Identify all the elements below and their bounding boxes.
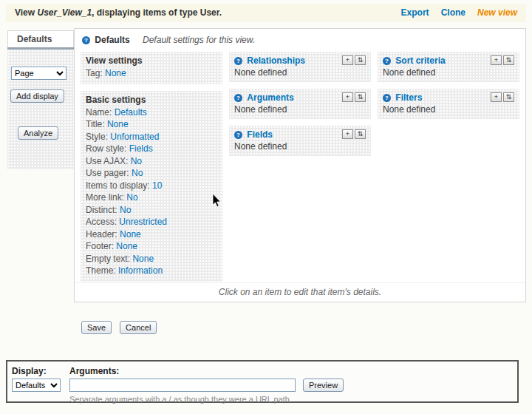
setting-row: More link: No — [86, 191, 217, 204]
setting-row: Use pager: No — [86, 167, 217, 180]
setting-row: Empty text: None — [86, 253, 217, 265]
view-title-suffix: , displaying items of type User. — [92, 7, 222, 18]
help-icon[interactable]: ? — [234, 94, 242, 102]
setting-value-link[interactable]: No — [126, 192, 137, 203]
settings-columns: View settings Tag: None Basic settings N… — [81, 52, 519, 288]
preview-button[interactable]: Preview — [303, 379, 344, 392]
setting-row: Access: Unrestricted — [86, 216, 217, 228]
preview-display-select[interactable]: Defaults — [12, 379, 61, 392]
empty-text: None defined — [383, 67, 514, 78]
help-icon[interactable]: ? — [383, 57, 391, 65]
box-controls: + ⇅ — [342, 129, 366, 139]
setting-value-link[interactable]: 10 — [152, 180, 162, 191]
empty-text: None defined — [234, 104, 366, 115]
setting-label: Items to display: — [86, 180, 150, 191]
arguments-box: ? Arguments + ⇅ None defined — [229, 89, 371, 119]
setting-row: Style: Unformatted — [86, 131, 217, 143]
filters-title-link[interactable]: Filters — [395, 92, 422, 103]
setting-label: Theme: — [86, 265, 116, 276]
setting-value-link[interactable]: Fields — [129, 143, 153, 154]
view-name: User_View_1 — [37, 7, 92, 18]
box-header: ? Filters + ⇅ — [383, 92, 514, 103]
save-button[interactable]: Save — [81, 321, 112, 334]
rearrange-icon[interactable]: ⇅ — [355, 55, 366, 65]
views-edit-page: View User_View_1, displaying items of ty… — [0, 0, 532, 414]
basic-settings-box: Basic settings Name: Defaults Title: Non… — [81, 91, 222, 282]
setting-label: More link: — [86, 192, 124, 203]
setting-label: Row style: — [86, 143, 126, 154]
panel-footer-note: Click on an item to edit that item's det… — [75, 282, 525, 302]
new-view-link[interactable]: New view — [477, 7, 517, 18]
add-icon[interactable]: + — [491, 55, 502, 65]
preview-input-row: Preview — [69, 379, 344, 392]
setting-row: Use AJAX: No — [86, 155, 217, 168]
display-tabs-sidebar: Defaults Page Add display Analyze — [7, 28, 74, 302]
fields-title-link[interactable]: Fields — [247, 129, 273, 140]
help-icon[interactable]: ? — [82, 36, 90, 44]
rearrange-icon[interactable]: ⇅ — [355, 129, 366, 139]
sort-criteria-title-link[interactable]: Sort criteria — [395, 55, 445, 66]
setting-label: Footer: — [86, 241, 114, 251]
setting-label: Access: — [86, 217, 117, 227]
setting-value-link[interactable]: No — [131, 156, 142, 166]
cancel-button[interactable]: Cancel — [120, 321, 157, 334]
add-display-button[interactable]: Add display — [10, 89, 64, 103]
setting-value-link[interactable]: None — [132, 254, 154, 264]
export-link[interactable]: Export — [401, 7, 429, 18]
add-icon[interactable]: + — [342, 92, 353, 102]
panel-header: ? Defaults Default settings for this vie… — [82, 35, 519, 45]
help-icon[interactable]: ? — [234, 57, 242, 65]
clone-link[interactable]: Clone — [441, 7, 466, 18]
add-icon[interactable]: + — [342, 55, 353, 65]
setting-value-link[interactable]: None — [107, 119, 129, 129]
preview-display-group: Display: Defaults — [12, 366, 69, 404]
view-operations: Export Clone New view — [401, 7, 517, 18]
sort-criteria-box: ? Sort criteria + ⇅ None defined — [378, 52, 519, 82]
empty-text: None defined — [234, 67, 366, 78]
fields-box: ? Fields + ⇅ None defined — [229, 126, 371, 156]
view-title-bar: View User_View_1, displaying items of ty… — [6, 4, 526, 22]
setting-value-link[interactable]: Unformatted — [110, 132, 159, 142]
empty-text: None defined — [234, 141, 366, 152]
setting-value-link[interactable]: Information — [118, 265, 163, 276]
setting-label: Distinct: — [86, 205, 117, 215]
setting-label: Empty text: — [86, 254, 130, 264]
preview-arguments-input[interactable] — [69, 379, 296, 392]
rearrange-icon[interactable]: ⇅ — [355, 92, 366, 102]
tab-defaults[interactable]: Defaults — [7, 30, 74, 47]
analyze-button[interactable]: Analyze — [18, 126, 58, 140]
setting-value-link[interactable]: None — [105, 68, 126, 78]
box-header: ? Fields + ⇅ — [234, 129, 366, 140]
setting-value-link[interactable]: None — [116, 241, 137, 251]
form-actions: Save Cancel — [81, 321, 532, 334]
relationships-title-link[interactable]: Relationships — [247, 55, 305, 66]
empty-text: None defined — [383, 104, 514, 115]
add-icon[interactable]: + — [491, 92, 502, 102]
arguments-title-link[interactable]: Arguments — [247, 92, 293, 103]
box-controls: + ⇅ — [342, 55, 366, 65]
rearrange-icon[interactable]: ⇅ — [503, 55, 514, 65]
setting-value-link[interactable]: No — [120, 205, 131, 215]
preview-help-text: Separate arguments with a / as though th… — [69, 395, 344, 404]
setting-label: Tag: — [86, 68, 103, 78]
box-title-group: ? Relationships — [234, 55, 305, 66]
setting-row: Row style: Fields — [86, 143, 217, 155]
view-title: View User_View_1, displaying items of ty… — [15, 7, 222, 18]
setting-label: Name: — [86, 107, 112, 118]
display-settings-panel: ? Defaults Default settings for this vie… — [74, 28, 526, 302]
setting-value-link[interactable]: No — [132, 168, 143, 178]
setting-row: Name: Defaults — [86, 106, 217, 119]
add-icon[interactable]: + — [342, 129, 353, 139]
setting-value-link[interactable]: None — [120, 229, 141, 240]
box-header: ? Arguments + ⇅ — [234, 92, 366, 103]
display-type-select[interactable]: Page — [11, 67, 66, 80]
views-edit-area: Defaults Page Add display Analyze ? Defa… — [7, 28, 525, 302]
preview-display-label: Display: — [12, 366, 69, 376]
setting-row: Distinct: No — [86, 204, 217, 217]
help-icon[interactable]: ? — [383, 94, 391, 102]
help-icon[interactable]: ? — [234, 131, 242, 139]
setting-value-link[interactable]: Defaults — [115, 107, 147, 118]
setting-value-link[interactable]: Unrestricted — [119, 217, 167, 227]
rearrange-icon[interactable]: ⇅ — [503, 92, 514, 102]
setting-label: Header: — [86, 229, 117, 240]
